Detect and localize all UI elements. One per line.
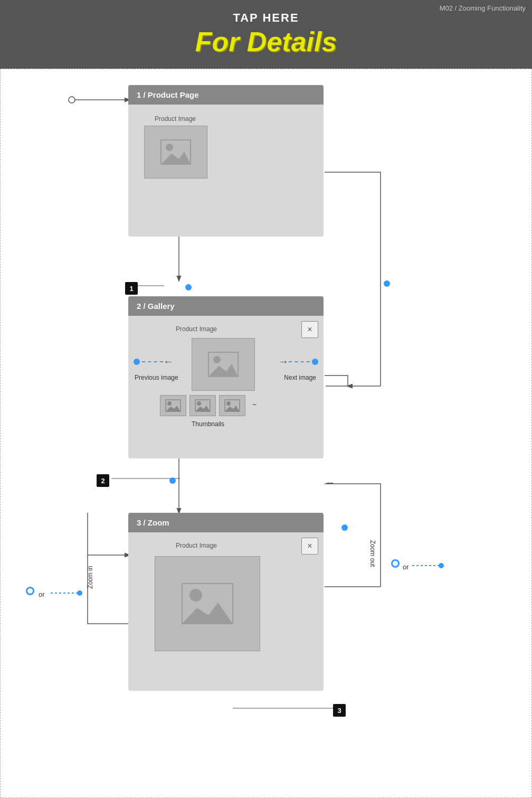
zoom-out-label: Zoom out (369, 540, 376, 567)
gallery-close-button[interactable]: × (301, 321, 318, 338)
badge-3: 3 (333, 704, 346, 717)
blue-dot-outline-right (391, 559, 400, 568)
product-image-label-3: Product Image (176, 542, 217, 549)
blue-dot-2 (169, 477, 176, 484)
zoom-close-button[interactable]: × (301, 538, 318, 555)
gallery-image-placeholder (192, 338, 255, 391)
next-blue-dot (312, 359, 318, 365)
screen-zoom-header: 3 / Zoom (128, 513, 324, 532)
tap-here-text: TAP HERE (233, 11, 299, 25)
product-image-label-2: Product Image (176, 325, 217, 333)
screen-product-body: Product Image (128, 105, 324, 237)
screen-product-header: 1 / Product Page (128, 85, 324, 105)
next-label: Next image (284, 374, 316, 381)
thumb-2[interactable] (189, 395, 216, 416)
screen-zoom: 3 / Zoom Product Image × (128, 513, 324, 691)
header-bar[interactable]: M02 / Zooming Functionality TAP HERE For… (0, 0, 532, 69)
dashed-dots-left (51, 588, 82, 598)
screen-gallery-body: × Product Image ← Previous image (128, 316, 324, 458)
svg-point-1 (69, 97, 75, 103)
prev-blue-dot (134, 359, 140, 365)
product-image-placeholder-1 (144, 126, 207, 179)
svg-marker-16 (161, 152, 191, 164)
or-right-text: or (403, 563, 409, 571)
thumb-1[interactable] (160, 395, 186, 416)
svg-point-27 (226, 401, 231, 406)
zoom-in-label: Zoom in (87, 566, 94, 588)
fox-details-text: For Details (195, 26, 337, 58)
thumb-3[interactable] (219, 395, 245, 416)
prev-label: Previous image (135, 374, 178, 381)
svg-point-21 (167, 401, 172, 406)
more-thumbs: ~ (252, 400, 256, 409)
blue-dot-right-1 (384, 280, 390, 287)
svg-point-24 (197, 401, 201, 406)
or-left-text: or (39, 590, 45, 598)
svg-point-15 (166, 144, 173, 151)
dashed-dots-right (412, 560, 444, 571)
svg-marker-31 (182, 603, 233, 624)
screen-gallery-header: 2 / Gallery (128, 296, 324, 316)
screen-zoom-body: Product Image × (128, 532, 324, 691)
svg-marker-22 (166, 406, 180, 411)
blue-dot-1 (185, 284, 192, 290)
badge-1: 1 (125, 282, 138, 295)
svg-marker-28 (225, 406, 240, 411)
blue-dot-right-2 (341, 524, 348, 531)
screen-product: 1 / Product Page Product Image (128, 85, 324, 237)
next-nav: → (278, 355, 318, 368)
screen-gallery: 2 / Gallery × Product Image ← Previous i… (128, 296, 324, 458)
svg-point-35 (439, 563, 444, 568)
svg-marker-25 (195, 406, 210, 411)
main-canvas: 1 / Product Page Product Image 1 2 / Gal… (0, 69, 532, 798)
right-arrow-gallery (327, 483, 333, 484)
product-image-label-1: Product Image (155, 115, 196, 123)
thumbnails-label: Thumbnails (192, 420, 224, 428)
svg-point-30 (189, 589, 202, 602)
next-dashed (289, 361, 310, 362)
badge-2: 2 (97, 474, 109, 487)
svg-point-18 (213, 356, 221, 363)
prev-dashed (142, 361, 163, 362)
svg-marker-19 (208, 364, 238, 377)
module-label: M02 / Zooming Functionality (440, 4, 526, 12)
zoom-image-placeholder (155, 556, 260, 651)
svg-point-33 (77, 590, 82, 596)
blue-dot-outline-left (26, 587, 34, 595)
prev-nav: ← (134, 355, 174, 368)
